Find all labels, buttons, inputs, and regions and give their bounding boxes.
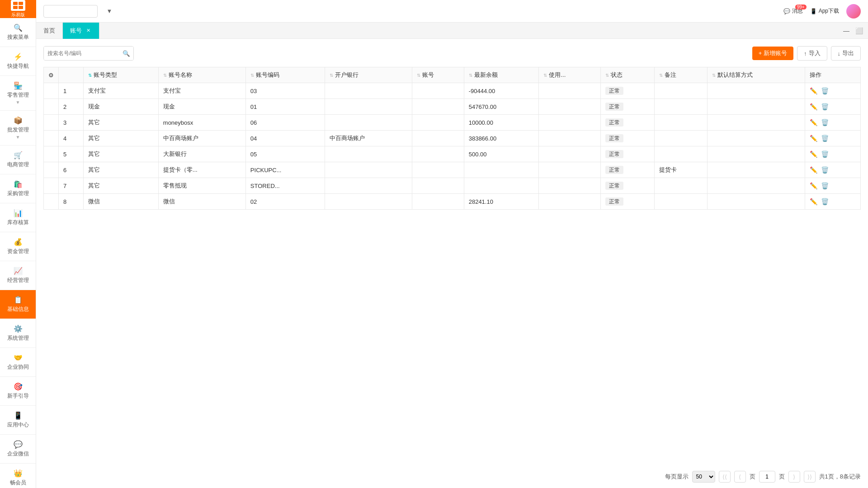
sidebar-item-app-center[interactable]: 📱 应用中心	[0, 406, 36, 435]
delete-button[interactable]: 🗑️	[821, 150, 829, 158]
avatar-image	[846, 4, 861, 19]
inventory-icon: 📊	[14, 209, 23, 217]
sidebar-item-newbie[interactable]: 🎯 新手引导	[0, 377, 36, 406]
edit-button[interactable]: ✏️	[810, 166, 817, 174]
delete-button[interactable]: 🗑️	[821, 135, 829, 142]
cell-account-name: 大新银行	[158, 146, 245, 162]
tab-home[interactable]: 首页	[36, 23, 63, 39]
last-page-button[interactable]: ⟩⟩	[804, 471, 816, 483]
th-index	[59, 67, 84, 83]
sidebar-item-inventory[interactable]: 📊 库存核算	[0, 203, 36, 232]
sidebar-item-quick-nav[interactable]: ⚡ 快捷导航	[0, 47, 36, 76]
th-usage-label: 使用...	[549, 71, 566, 79]
th-latest-balance-label: 最新余额	[474, 71, 498, 79]
sidebar-item-label: 畅会员	[10, 479, 26, 487]
sidebar-item-finance[interactable]: 💰 资金管理	[0, 232, 36, 261]
cell-account-no	[412, 83, 464, 99]
sidebar-item-label: 快捷导航	[7, 62, 29, 70]
sidebar-item-purchase[interactable]: 🛍️ 采购管理	[0, 174, 36, 203]
enterprise-icon: 🤝	[14, 353, 23, 362]
delete-button[interactable]: 🗑️	[821, 87, 829, 94]
svg-rect-3	[19, 6, 23, 9]
import-button[interactable]: ↑ 导入	[797, 46, 827, 61]
cell-account-no	[412, 115, 464, 131]
delete-button[interactable]: 🗑️	[821, 182, 829, 189]
prev-page-button[interactable]: ⟨	[734, 471, 746, 483]
edit-button[interactable]: ✏️	[810, 119, 817, 126]
message-button[interactable]: 💬 消息 99+	[783, 7, 803, 15]
sidebar-item-search-menu[interactable]: 🔍 搜索菜单	[0, 18, 36, 47]
search-button[interactable]: 🔍	[119, 46, 133, 61]
th-usage[interactable]: ⇅ 使用...	[539, 67, 600, 83]
sidebar-item-wholesale-mgmt[interactable]: 📦 批发管理 ▼	[0, 111, 36, 145]
sidebar-item-system[interactable]: ⚙️ 系统管理	[0, 319, 36, 348]
tab-accounts-label: 账号	[70, 27, 82, 35]
tab-bar: 首页 账号 ✕ — ⬜	[36, 23, 868, 39]
cell-index: 6	[59, 162, 84, 178]
header-dropdown-btn[interactable]: ▼	[103, 5, 116, 18]
delete-button[interactable]: 🗑️	[821, 119, 829, 126]
search-input[interactable]	[44, 47, 119, 60]
cell-settings	[44, 115, 59, 131]
tab-maximize-button[interactable]: ⬜	[854, 25, 864, 36]
cell-settings	[44, 99, 59, 115]
app-download-button[interactable]: 📱 App下载	[810, 7, 839, 15]
edit-button[interactable]: ✏️	[810, 135, 817, 142]
cell-settings	[44, 162, 59, 178]
sidebar-item-wechat[interactable]: 💬 企业微信	[0, 435, 36, 464]
sidebar-item-member[interactable]: 👑 畅会员	[0, 464, 36, 488]
delete-button[interactable]: 🗑️	[821, 166, 829, 174]
cell-usage	[539, 178, 600, 194]
cell-remarks: 提货卡	[654, 162, 707, 178]
retail-mgmt-icon: 🏪	[14, 81, 23, 90]
cell-account-type: 其它	[84, 115, 159, 131]
th-account-no[interactable]: ⇅ 账号	[412, 67, 464, 83]
edit-button[interactable]: ✏️	[810, 87, 817, 94]
cell-account-no	[412, 162, 464, 178]
delete-button[interactable]: 🗑️	[821, 103, 829, 110]
cell-status: 正常	[600, 146, 654, 162]
edit-button[interactable]: ✏️	[810, 198, 817, 205]
header-search-input[interactable]	[43, 5, 98, 18]
sidebar-item-enterprise[interactable]: 🤝 企业协同	[0, 348, 36, 377]
sidebar: 乐易版 🔍 搜索菜单 ⚡ 快捷导航 🏪 零售管理 ▼ 📦 批发管理 ▼ 🛒 电商…	[0, 0, 36, 488]
th-remarks[interactable]: ⇅ 备注	[654, 67, 707, 83]
cell-usage	[539, 131, 600, 146]
th-account-type[interactable]: ⇅ 账号类型	[84, 67, 159, 83]
th-default-settlement[interactable]: ⇅ 默认结算方式	[707, 67, 805, 83]
th-account-name[interactable]: ⇅ 账号名称	[158, 67, 245, 83]
cell-usage	[539, 194, 600, 210]
cell-account-code: 04	[245, 131, 325, 146]
sidebar-item-retail-mgmt[interactable]: 🏪 零售管理 ▼	[0, 76, 36, 111]
per-page-select[interactable]: 50 100 200	[692, 471, 715, 483]
next-page-button[interactable]: ⟩	[788, 471, 800, 483]
sidebar-item-operations[interactable]: 📈 经营管理	[0, 261, 36, 290]
tab-minimize-button[interactable]: —	[841, 25, 852, 36]
add-account-button[interactable]: + 新增账号	[752, 47, 793, 60]
edit-button[interactable]: ✏️	[810, 150, 817, 158]
cell-bank	[325, 115, 412, 131]
cell-account-no	[412, 99, 464, 115]
user-avatar[interactable]	[846, 4, 861, 19]
th-bank[interactable]: ⇅ 开户银行	[325, 67, 412, 83]
tab-accounts[interactable]: 账号 ✕	[63, 23, 99, 39]
sort-icon: ⇅	[330, 73, 333, 78]
go-to-page-label: 页	[779, 473, 785, 481]
th-account-code[interactable]: ⇅ 账号编码	[245, 67, 325, 83]
sidebar-item-ecommerce[interactable]: 🛒 电商管理	[0, 145, 36, 174]
th-settings[interactable]: ⚙	[44, 67, 59, 83]
current-page-input[interactable]	[759, 471, 775, 483]
delete-button[interactable]: 🗑️	[821, 198, 829, 205]
edit-button[interactable]: ✏️	[810, 182, 817, 189]
tab-close-icon[interactable]: ✕	[85, 27, 92, 34]
cell-account-code: 03	[245, 83, 325, 99]
cell-index: 3	[59, 115, 84, 131]
export-button[interactable]: ↓ 导出	[831, 46, 861, 61]
th-latest-balance[interactable]: ⇅ 最新余额	[464, 67, 539, 83]
edit-button[interactable]: ✏️	[810, 103, 817, 110]
newbie-icon: 🎯	[14, 382, 23, 391]
sidebar-item-label: 企业微信	[7, 450, 29, 458]
first-page-button[interactable]: ⟨⟨	[719, 471, 731, 483]
sidebar-item-basic-info[interactable]: 📋 基础信息	[0, 290, 36, 319]
th-status[interactable]: ⇅ 状态	[600, 67, 654, 83]
